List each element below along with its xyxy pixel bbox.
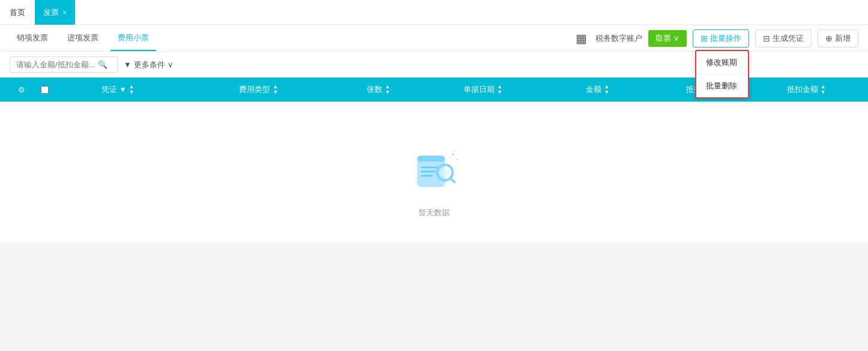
sub-tabs-left: 销项发票 进项发票 费用小票 — [10, 25, 156, 51]
svg-rect-5 — [421, 175, 433, 177]
home-link[interactable]: 首页 — [0, 0, 35, 25]
voucher-label: 凭证 — [101, 84, 117, 95]
date-sort[interactable]: ▲▼ — [497, 84, 502, 95]
amount-col[interactable]: 金额 ▲▼ — [546, 84, 650, 95]
svg-rect-4 — [421, 171, 435, 172]
invoice-tab[interactable]: 发票 × — [35, 0, 75, 25]
search-icon: 🔍 — [98, 60, 107, 69]
empty-illustration — [404, 138, 464, 198]
settings-icon: ⚙ — [18, 85, 25, 94]
voucher-col[interactable]: 凭证 ▼ ▲▼ — [55, 84, 181, 95]
qr-icon[interactable]: ▦ — [573, 30, 589, 47]
batch-delete-item[interactable]: 批量删除 — [696, 75, 748, 97]
select-all-checkbox[interactable] — [41, 86, 49, 94]
amount-label: 金额 — [586, 84, 601, 95]
add-new-label: 新增 — [835, 33, 851, 44]
modify-period-item[interactable]: 修改账期 — [696, 51, 748, 74]
date-label: 单据日期 — [463, 84, 495, 95]
search-input[interactable] — [16, 60, 94, 69]
tab-sales[interactable]: 销项发票 — [10, 25, 55, 51]
gen-voucher-icon: ⊟ — [763, 34, 770, 43]
take-ticket-label: 取票 — [656, 33, 671, 44]
batch-ops-label: 批量操作 — [710, 33, 741, 44]
voucher-filter-icon: ▼ — [119, 85, 127, 94]
settings-col[interactable]: ⚙ — [10, 85, 34, 94]
batch-dropdown-menu: 修改账期 批量删除 — [695, 50, 749, 99]
svg-point-9 — [452, 153, 454, 156]
take-ticket-button[interactable]: 取票 ∨ — [648, 30, 687, 47]
count-label: 张数 — [367, 84, 382, 95]
search-box[interactable]: 🔍 — [10, 56, 118, 73]
take-ticket-arrow: ∨ — [674, 34, 680, 43]
svg-point-11 — [454, 150, 456, 151]
batch-icon: ⊞ — [701, 34, 708, 43]
batch-ops-wrapper: ⊞ 批量操作 修改账期 批量删除 — [693, 29, 749, 47]
deduction-amount-sort[interactable]: ▲▼ — [821, 84, 826, 95]
expense-type-col[interactable]: 费用类型 ▲▼ — [181, 84, 337, 95]
top-nav: 首页 发票 × — [0, 0, 868, 25]
batch-ops-button[interactable]: ⊞ 批量操作 — [693, 29, 749, 47]
add-new-button[interactable]: ⊕ 新增 — [818, 29, 858, 47]
invoice-tab-close[interactable]: × — [62, 8, 67, 17]
gen-voucher-button[interactable]: ⊟ 生成凭证 — [755, 29, 812, 47]
count-col[interactable]: 张数 ▲▼ — [337, 84, 420, 95]
voucher-sort[interactable]: ▲▼ — [129, 84, 134, 95]
expense-type-sort[interactable]: ▲▼ — [273, 84, 278, 95]
filter-arrow-icon: ∨ — [167, 60, 173, 69]
count-sort[interactable]: ▲▼ — [385, 84, 390, 95]
empty-text: 暂无数据 — [418, 207, 450, 218]
tab-expense[interactable]: 费用小票 — [110, 25, 156, 51]
more-filter-label: 更多条件 — [134, 60, 165, 70]
checkbox-col[interactable] — [34, 86, 55, 94]
empty-state: 暂无数据 — [0, 102, 868, 242]
svg-line-8 — [450, 178, 454, 182]
deduction-amount-label: 抵扣金额 — [787, 84, 818, 95]
tab-purchase[interactable]: 进项发票 — [60, 25, 106, 51]
expense-type-label: 费用类型 — [239, 84, 270, 95]
svg-rect-3 — [421, 166, 439, 168]
add-icon: ⊕ — [825, 34, 833, 43]
invoice-tab-label: 发票 — [43, 7, 59, 18]
sub-tabs-right: ▦ 税务数字账户 取票 ∨ ⊞ 批量操作 修改账期 批量删除 ⊟ 生成凭证 ⊕ … — [573, 29, 858, 47]
svg-point-10 — [456, 159, 458, 160]
tax-digital-link[interactable]: 税务数字账户 — [595, 33, 642, 44]
amount-sort[interactable]: ▲▼ — [604, 84, 609, 95]
gen-voucher-label: 生成凭证 — [773, 33, 804, 44]
svg-rect-2 — [417, 156, 445, 162]
svg-point-7 — [440, 168, 450, 177]
date-col[interactable]: 单据日期 ▲▼ — [420, 84, 546, 95]
filter-icon: ▼ — [124, 60, 131, 69]
more-filter-btn[interactable]: ▼ 更多条件 ∨ — [124, 60, 173, 70]
deduction-amount-col[interactable]: 抵扣金额 ▲▼ — [754, 84, 858, 95]
sub-tabs-bar: 销项发票 进项发票 费用小票 ▦ 税务数字账户 取票 ∨ ⊞ 批量操作 修改账期… — [0, 25, 868, 52]
